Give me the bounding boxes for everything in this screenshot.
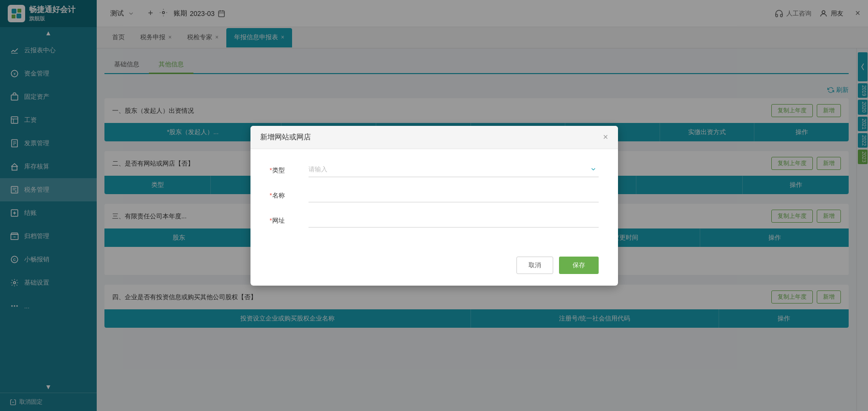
form-field-url: *网址 — [270, 214, 599, 228]
modal-header: 新增网站或网店 × — [250, 126, 618, 149]
url-input[interactable] — [309, 214, 599, 225]
modal-title: 新增网站或网店 — [260, 133, 311, 142]
type-dropdown-icon[interactable] — [590, 166, 597, 174]
name-label-text: 名称 — [272, 192, 285, 199]
modal-close-btn[interactable]: × — [603, 133, 608, 141]
modal-overlay: 新增网站或网店 × *类型 *名称 — [0, 0, 868, 411]
url-label: *网址 — [270, 216, 309, 225]
cancel-button[interactable]: 取消 — [516, 257, 553, 274]
type-input[interactable] — [309, 164, 599, 175]
form-field-type: *类型 — [270, 164, 599, 177]
form-field-name: *名称 — [270, 189, 599, 202]
save-button[interactable]: 保存 — [559, 257, 599, 274]
modal-body: *类型 *名称 * — [250, 149, 618, 249]
modal-footer: 取消 保存 — [250, 249, 618, 286]
type-label-text: 类型 — [272, 167, 285, 174]
type-input-wrapper — [309, 164, 599, 177]
name-label: *名称 — [270, 191, 309, 200]
type-label: *类型 — [270, 166, 309, 175]
url-input-wrapper — [309, 214, 599, 228]
name-input[interactable] — [309, 189, 599, 200]
name-input-wrapper — [309, 189, 599, 202]
url-label-text: 网址 — [272, 217, 285, 224]
add-website-modal: 新增网站或网店 × *类型 *名称 — [250, 126, 618, 286]
